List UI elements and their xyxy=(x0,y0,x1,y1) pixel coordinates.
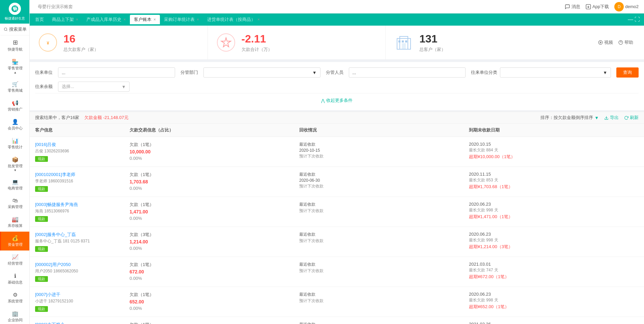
balance-select[interactable]: 选择... ▼ xyxy=(58,82,130,92)
sidebar-item-label: 零售统计 xyxy=(3,145,27,150)
debt-info-cell: 欠款（1笔） 455.90 0.00% xyxy=(130,322,299,324)
overdue-cell: 2020.06.23 最长欠款 998 天 超期¥652.00（1笔） xyxy=(469,292,639,310)
export-label: 导出 xyxy=(610,115,619,121)
customer-name-link[interactable]: [000002]用户2050 xyxy=(35,262,130,268)
message-label: 消息 xyxy=(571,4,580,10)
tab-close-icon[interactable]: × xyxy=(123,17,126,22)
debt-amount: 1,471.00 xyxy=(130,209,299,214)
sidebar-item-label: 会员中心 xyxy=(3,126,27,131)
svg-text:畅: 畅 xyxy=(12,6,17,11)
sidebar-item-inventory[interactable]: 🏭 库存核算 xyxy=(0,213,29,232)
customer-name-link[interactable]: [0006]去下粮仓 xyxy=(35,322,130,324)
overdue-amount-link[interactable]: 超期¥10,000.00（1笔） xyxy=(469,154,639,160)
payment-cell: 最近收款 预计下次收款 xyxy=(299,292,469,304)
last-payment-label: 最近收款 xyxy=(299,322,469,324)
tab-goods[interactable]: 商品上下架 × xyxy=(48,15,82,24)
sidebar-item-batch-mgmt[interactable]: 📦 批发管理 ▼ xyxy=(0,153,29,175)
message-action[interactable]: 消息 xyxy=(565,4,580,10)
unit-category-input[interactable]: ▼ xyxy=(500,67,611,78)
tab-customer-account[interactable]: 客户账本 × xyxy=(130,15,160,24)
sidebar-item-member[interactable]: 👤 会员中心 xyxy=(0,115,29,134)
overdue-amount-link[interactable]: 超期¥652.00（1笔） xyxy=(469,304,639,310)
sidebar-item-basic-info[interactable]: ℹ 基础信息 xyxy=(0,269,29,288)
topbar: 母婴行业演示账套 消息 App下载 D demo2 xyxy=(30,0,644,13)
tab-purchase-stats[interactable]: 进货单统计表（按商品） × xyxy=(203,15,264,24)
debt-count: 欠款（1笔） xyxy=(130,172,299,178)
sidebar-item-retail-mgmt[interactable]: 🏪 零售管理 ▲ xyxy=(0,55,29,78)
content-area: ¥ 16 总欠款客户（家） -2.11 欠款合计（万） xyxy=(30,26,644,324)
sidebar-item-finance[interactable]: 💰 资金管理 xyxy=(0,232,29,251)
tab-close-icon[interactable]: × xyxy=(153,17,156,22)
export-btn[interactable]: 导出 xyxy=(604,115,619,121)
results-text: 搜索结果中，客户16家 xyxy=(35,115,79,120)
sidebar-item-search[interactable]: 搜索菜单 xyxy=(0,24,29,35)
tabbar-btns: — ⛶ xyxy=(625,17,643,23)
overdue-days: 最长欠款 998 天 xyxy=(469,297,639,303)
sort-arrow-icon: ▼ xyxy=(594,115,599,120)
sidebar-item-ecommerce[interactable]: 💻 电商管理 xyxy=(0,175,29,194)
customer-phone: 用户2050 18665062050 xyxy=(35,268,130,274)
export-icon xyxy=(604,116,609,120)
brand-text: 畅捷通好生意 xyxy=(5,16,25,21)
dept-input[interactable]: ▼ xyxy=(203,67,320,78)
svg-rect-15 xyxy=(405,40,407,42)
tab-close-icon[interactable]: × xyxy=(76,17,78,22)
summary-info-debt: 16 总欠款客户（家） xyxy=(63,32,99,53)
sidebar-item-quick-nav[interactable]: ⊞ 快捷导航 xyxy=(0,35,29,55)
overdue-amount-link[interactable]: 超期¥672.00（1笔） xyxy=(469,274,639,280)
svg-point-16 xyxy=(598,40,603,45)
overdue-cell: 2021.02.26 最长欠款 750 天 超期¥455.90（1笔） xyxy=(469,322,639,324)
debt-amount: 652.00 xyxy=(130,299,299,304)
sidebar-item-label: 电商管理 xyxy=(3,186,27,191)
next-payment-label: 预计下次收款 xyxy=(299,268,469,274)
tab-label: 商品上下架 xyxy=(52,17,74,23)
total-customers-value: 131 xyxy=(419,32,446,45)
tab-home[interactable]: 首页 xyxy=(31,15,48,24)
debt-percent: 0.00% xyxy=(130,246,299,251)
tab-close-icon[interactable]: × xyxy=(197,17,199,22)
chevron-down-icon: ▼ xyxy=(603,70,607,75)
overdue-amount-link[interactable]: 超期¥1,471.00（1笔） xyxy=(469,214,639,220)
last-payment-date: 2020-10-15 xyxy=(299,148,469,153)
sidebar-item-operations[interactable]: 📈 经营管理 xyxy=(0,251,29,269)
debt-amount: 1,214.00 xyxy=(130,239,299,244)
video-action[interactable]: 视频 xyxy=(598,39,613,46)
customer-name-link[interactable]: [0016]吕俊 xyxy=(35,142,130,148)
sidebar-item-label: 经营管理 xyxy=(3,261,27,266)
customer-badge: 现款 xyxy=(35,246,48,252)
help-action[interactable]: 帮助 xyxy=(618,39,633,46)
sidebar-item-retail-mall[interactable]: 🛒 零售商城 xyxy=(0,78,29,96)
customer-name-link[interactable]: [0001020001]李老师 xyxy=(35,172,130,178)
tab-minimize-btn[interactable]: — xyxy=(628,17,633,23)
sidebar-item-system[interactable]: ⚙ 系统管理 xyxy=(0,288,29,307)
debt-amount: 1,703.68 xyxy=(130,179,299,184)
refresh-btn[interactable]: 刷新 xyxy=(624,115,639,121)
sidebar-item-enterprise[interactable]: 🏢 企业协同 xyxy=(0,307,29,324)
last-payment-label: 最近收款 xyxy=(299,172,469,177)
overdue-amount-link[interactable]: 超期¥1,703.68（1笔） xyxy=(469,184,639,190)
tab-production[interactable]: 产成品入库单历史 × xyxy=(82,15,130,24)
tab-maximize-btn[interactable]: ⛶ xyxy=(635,17,640,23)
from-unit-input[interactable]: ... xyxy=(58,67,175,78)
sidebar-item-purchase[interactable]: 🛍 采购管理 xyxy=(0,194,29,213)
payment-cell: 最近收款 预计下次收款 xyxy=(299,232,469,244)
sidebar-item-retail-stats[interactable]: 📊 零售统计 xyxy=(0,134,29,153)
tab-purchase-order[interactable]: 采购订单统计表 × xyxy=(160,15,203,24)
customer-badge: 现款 xyxy=(35,216,48,222)
col-customer-info: 客户信息 xyxy=(35,127,130,133)
collapse-btn[interactable]: ⋀ 收起更多条件 xyxy=(321,96,353,105)
customer-name-link[interactable]: [0002]服务中心_丁磊 xyxy=(35,232,130,238)
sidebar-item-label: 资金管理 xyxy=(3,242,27,247)
sort-select[interactable]: 排序：按欠款金额倒序排序 ▼ xyxy=(540,115,599,121)
customer-name-link[interactable]: [0003]畅捷服务尹海燕 xyxy=(35,202,130,208)
debt-percent: 0.00% xyxy=(130,276,299,281)
app-download-action[interactable]: App下载 xyxy=(586,4,609,10)
overdue-amount-link[interactable]: 超期¥1,214.00（3笔） xyxy=(469,244,639,250)
tab-close-icon[interactable]: × xyxy=(257,17,260,22)
customer-name-link[interactable]: [0007]小进干 xyxy=(35,292,130,298)
search-button[interactable]: 查询 xyxy=(616,67,639,78)
sidebar-item-marketing[interactable]: 📢 营销推广 xyxy=(0,96,29,115)
person-input[interactable]: ... xyxy=(349,67,466,78)
user-profile[interactable]: D demo2 xyxy=(614,2,639,11)
overdue-cell: 2020.10.15 最长欠款 884 天 超期¥10,000.00（1笔） xyxy=(469,142,639,160)
